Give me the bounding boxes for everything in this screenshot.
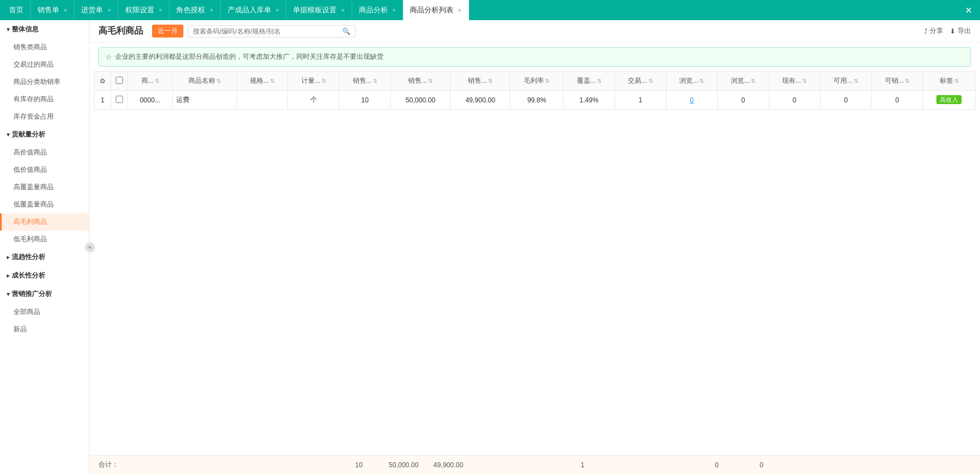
cell-unit: 个	[288, 91, 339, 110]
sidebar-item-0-1[interactable]: 交易过的商品	[0, 56, 89, 73]
sidebar-item-1-4[interactable]: 高毛利商品	[0, 213, 89, 231]
sidebar-item-1-1[interactable]: 低价值商品	[0, 161, 89, 179]
col-stock_sale[interactable]: 可销...⇅	[872, 72, 923, 91]
col-coverage[interactable]: 覆盖...⇅	[564, 72, 615, 91]
nav-tab-1[interactable]: 销售单×	[31, 0, 74, 20]
cell-gross_rate: 99.8%	[510, 91, 564, 110]
window-close-button[interactable]: ✕	[959, 5, 978, 16]
col-sales_amount[interactable]: 销售...⇅	[391, 72, 451, 91]
search-icon[interactable]: 🔍	[342, 27, 351, 35]
sidebar-group-arrow-1: ▾	[7, 132, 10, 138]
footer-sales-cost: 49,900.00	[426, 461, 471, 469]
nav-tab-close-8[interactable]: ×	[458, 7, 461, 13]
col-view2[interactable]: 浏览...⇅	[717, 72, 769, 91]
footer-wrapper: 合计： 10 50,000.00 49,900.00 1 0 0	[89, 455, 980, 474]
col-sales_cost[interactable]: 销售...⇅	[451, 72, 510, 91]
nav-tab-5[interactable]: 产成品入库单×	[221, 0, 286, 20]
page-title: 高毛利商品	[98, 25, 143, 37]
nav-tab-close-5[interactable]: ×	[276, 7, 279, 13]
cell-name: 运费	[173, 91, 236, 110]
col-stock_avail[interactable]: 可用...⇅	[820, 72, 872, 91]
sidebar-group-label-3: 成长性分析	[12, 271, 45, 280]
content-header: 高毛利商品 近一月 🔍 ⤴ 分享 ⬇ 导出	[89, 20, 980, 43]
nav-tab-0[interactable]: 首页	[2, 0, 31, 20]
sidebar-group-4[interactable]: ▾ 营销推广分析	[0, 285, 89, 303]
col-stock_now[interactable]: 现有...⇅	[769, 72, 820, 91]
sidebar-item-0-0[interactable]: 销售类商品	[0, 39, 89, 56]
sidebar-item-1-3[interactable]: 低覆盖量商品	[0, 196, 89, 213]
select-all-checkbox[interactable]	[116, 77, 123, 84]
share-label: 分享	[930, 26, 943, 36]
col-sales_qty[interactable]: 销售...⇅	[339, 72, 391, 91]
nav-tab-3[interactable]: 权限设置×	[119, 0, 169, 20]
sidebar-item-0-4[interactable]: 库存资金占用	[0, 108, 89, 125]
col-code[interactable]: 商...⇅	[128, 72, 173, 91]
sidebar-item-0-3[interactable]: 有库存的商品	[0, 91, 89, 108]
cell-stock_now: 0	[769, 91, 820, 110]
col-label-stock_sale: 可销...	[885, 77, 904, 85]
cell-view1[interactable]: 0	[666, 91, 717, 110]
nav-tab-close-4[interactable]: ×	[210, 7, 213, 13]
sidebar-collapse-button[interactable]: «	[85, 242, 95, 252]
col-unit[interactable]: 计量...⇅	[288, 72, 339, 91]
nav-tab-close-7[interactable]: ×	[392, 7, 396, 13]
nav-tab-close-3[interactable]: ×	[159, 7, 162, 13]
col-settings[interactable]: ⚙	[94, 72, 111, 91]
sort-icon-view1: ⇅	[699, 78, 704, 84]
sidebar-group-3[interactable]: ▸ 成长性分析	[0, 266, 89, 285]
search-input[interactable]	[193, 27, 340, 35]
main-content: 高毛利商品 近一月 🔍 ⤴ 分享 ⬇ 导出	[89, 20, 980, 474]
col-name[interactable]: 商品名称⇅	[173, 72, 236, 91]
col-trade[interactable]: 交易...⇅	[615, 72, 666, 91]
nav-tab-8[interactable]: 商品分析列表×	[403, 0, 468, 20]
cell-view2: 0	[717, 91, 769, 110]
settings-icon[interactable]: ⚙	[100, 77, 106, 85]
table-footer: 合计： 10 50,000.00 49,900.00 1 0 0	[89, 455, 980, 474]
nav-tab-close-2[interactable]: ×	[107, 7, 111, 13]
info-text: 企业的主要的利润都是这部分商品创造的，可考虑加大推广，同时关注库存是不要出现缺货	[115, 52, 384, 62]
sidebar-item-1-2[interactable]: 高覆盖量商品	[0, 179, 89, 196]
sort-icon-trade: ⇅	[648, 78, 653, 84]
sidebar-item-1-5[interactable]: 低毛利商品	[0, 231, 89, 248]
sidebar-group-1[interactable]: ▾ 贡献量分析	[0, 125, 89, 144]
export-button[interactable]: ⬇ 导出	[950, 26, 971, 36]
nav-tab-close-1[interactable]: ×	[64, 7, 67, 13]
col-view1[interactable]: 浏览...⇅	[666, 72, 717, 91]
sidebar-item-0-2[interactable]: 商品分类助销率	[0, 73, 89, 91]
cell-sales_cost: 49,900.00	[451, 91, 510, 110]
nav-tab-4[interactable]: 角色授权×	[169, 0, 220, 20]
sidebar-item-1-0[interactable]: 高价值商品	[0, 144, 89, 161]
sidebar-item-4-0[interactable]: 全部商品	[0, 303, 89, 321]
share-icon: ⤴	[924, 27, 927, 35]
cell-checkbox[interactable]	[111, 91, 128, 110]
footer-label: 合计：	[98, 460, 119, 470]
nav-tab-7[interactable]: 商品分析×	[352, 0, 403, 20]
col-label-stock_avail: 可用...	[834, 77, 853, 85]
cell-sales_qty: 10	[339, 91, 391, 110]
nav-tab-6[interactable]: 单据模板设置×	[286, 0, 352, 20]
row-checkbox[interactable]	[116, 96, 123, 103]
col-label-sales_qty: 销售...	[353, 77, 372, 85]
col-spec[interactable]: 规格...⇅	[236, 72, 288, 91]
share-button[interactable]: ⤴ 分享	[924, 26, 943, 36]
footer-stock-avail: 0	[739, 461, 784, 469]
sidebar-group-0[interactable]: ▾ 整体信息	[0, 20, 89, 39]
sidebar-group-arrow-2: ▸	[7, 254, 10, 260]
sort-icon-stock_sale: ⇅	[905, 78, 910, 84]
sort-icon-stock_avail: ⇅	[854, 78, 858, 84]
tag-badge: 高收入	[936, 95, 962, 104]
nav-tab-close-6[interactable]: ×	[341, 7, 344, 13]
col-tag[interactable]: 标签⇅	[923, 72, 976, 91]
sidebar-item-4-1[interactable]: 新品	[0, 321, 89, 338]
sort-icon-spec: ⇅	[270, 78, 274, 84]
nav-tab-2[interactable]: 进货单×	[74, 0, 118, 20]
col-label-unit: 计量...	[301, 77, 320, 85]
sidebar-wrapper: ▾ 整体信息销售类商品交易过的商品商品分类助销率有库存的商品库存资金占用▾ 贡献…	[0, 20, 89, 474]
sort-icon-unit: ⇅	[321, 78, 326, 84]
cell-coverage: 1.49%	[564, 91, 615, 110]
col-gross_rate[interactable]: 毛利率⇅	[510, 72, 564, 91]
filter-month-button[interactable]: 近一月	[152, 25, 183, 37]
cell-index: 1	[94, 91, 111, 110]
sidebar-group-2[interactable]: ▸ 流趋性分析	[0, 248, 89, 266]
info-icon: ☆	[106, 53, 112, 61]
